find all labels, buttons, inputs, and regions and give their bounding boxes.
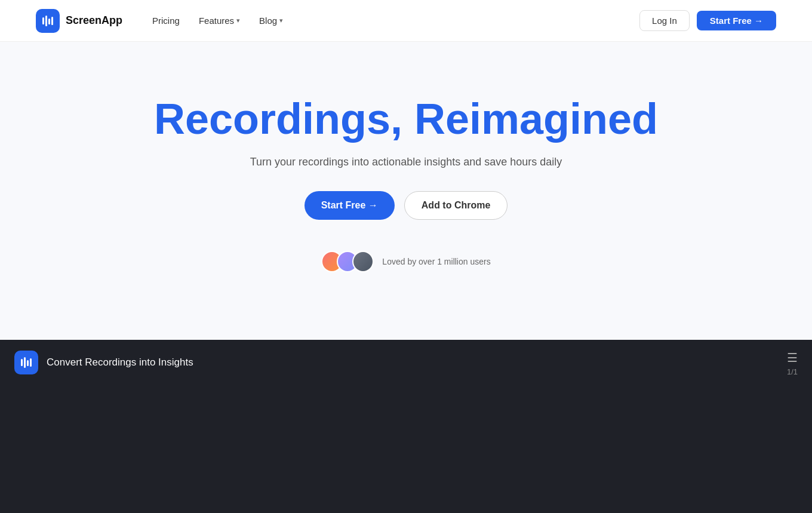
social-proof: Loved by over 1 million users <box>321 251 490 272</box>
navbar: ScreenApp Pricing Features ▾ Blog ▾ Log … <box>0 0 812 42</box>
hero-subtitle: Turn your recordings into actionable ins… <box>250 156 562 168</box>
login-button[interactable]: Log In <box>639 10 690 31</box>
hero-add-to-chrome-button[interactable]: Add to Chrome <box>404 191 508 220</box>
nav-links: Pricing Features ▾ Blog ▾ <box>144 11 291 30</box>
hero-buttons: Start Free → Add to Chrome <box>304 191 508 220</box>
hero-section: Recordings, Reimagined Turn your recordi… <box>0 42 812 320</box>
avatar-3 <box>352 251 374 272</box>
features-chevron-icon: ▾ <box>236 17 240 24</box>
svg-rect-1 <box>45 16 47 26</box>
hero-start-free-button[interactable]: Start Free → <box>304 191 395 220</box>
navbar-right: Log In Start Free → <box>639 10 776 31</box>
svg-rect-3 <box>51 17 53 25</box>
avatars-group <box>321 251 374 272</box>
navbar-start-free-button[interactable]: Start Free → <box>697 11 776 30</box>
nav-features[interactable]: Features ▾ <box>190 11 248 30</box>
nav-blog[interactable]: Blog ▾ <box>251 11 291 30</box>
blog-chevron-icon: ▾ <box>279 17 283 24</box>
social-proof-text: Loved by over 1 million users <box>382 257 490 266</box>
logo-icon <box>36 9 60 33</box>
nav-pricing[interactable]: Pricing <box>144 11 188 30</box>
logo[interactable]: ScreenApp <box>36 9 122 33</box>
navbar-left: ScreenApp Pricing Features ▾ Blog ▾ <box>36 9 291 33</box>
svg-rect-0 <box>42 17 44 24</box>
logo-name: ScreenApp <box>66 14 122 27</box>
svg-rect-2 <box>48 19 50 24</box>
hero-title: Recordings, Reimagined <box>154 96 658 143</box>
